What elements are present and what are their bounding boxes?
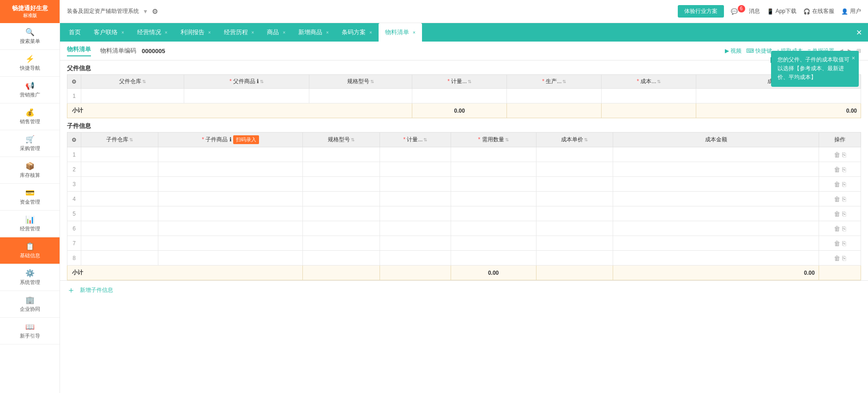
sidebar-item-marketing[interactable]: 📢营销推广 (0, 77, 60, 103)
tab-close-profit[interactable]: × (208, 30, 211, 35)
delete-icon-8[interactable]: 🗑 (834, 254, 840, 262)
nav-close-icon[interactable]: ✕ (852, 28, 866, 37)
child-row-7-quantity[interactable] (451, 236, 536, 251)
sidebar-item-basic-info[interactable]: 📋基础信息 (0, 237, 60, 264)
nav-tab-bom[interactable]: 物料清单× (379, 23, 422, 42)
sidebar-item-guide[interactable]: 📖新手引导 (0, 318, 60, 345)
copy-icon-1[interactable]: ⎘ (842, 151, 846, 158)
delete-icon-4[interactable]: 🗑 (834, 195, 840, 203)
delete-icon-2[interactable]: 🗑 (834, 166, 840, 173)
tab-close-goods[interactable]: × (283, 30, 285, 35)
message-group[interactable]: 💬 6 消息 (731, 7, 760, 15)
child-row-3-spec[interactable] (303, 177, 380, 192)
child-row-8-unit[interactable] (380, 251, 451, 266)
child-row-5-quantity[interactable] (451, 206, 536, 221)
try-button[interactable]: 体验行业方案 (678, 5, 724, 18)
delete-icon-6[interactable]: 🗑 (834, 225, 840, 232)
copy-icon-8[interactable]: ⎘ (842, 254, 846, 262)
parent-row-1-unit[interactable] (412, 89, 507, 103)
nav-tab-operation-history[interactable]: 经营历程× (217, 23, 261, 42)
child-row-2-unit-cost[interactable] (536, 162, 613, 177)
copy-icon-5[interactable]: ⎘ (842, 210, 846, 218)
child-row-1-unit[interactable] (380, 147, 451, 162)
child-row-1-spec[interactable] (303, 147, 380, 162)
video-btn[interactable]: ▶ 视频 (725, 47, 741, 55)
sidebar-item-inventory[interactable]: 📦库存核算 (0, 157, 60, 184)
sidebar-item-search[interactable]: 🔍搜索菜单 (0, 23, 60, 50)
sidebar-item-operation[interactable]: 📊经营管理 (0, 211, 60, 237)
child-row-8-unit-cost[interactable] (536, 251, 613, 266)
child-col-settings[interactable]: ⚙ (67, 133, 81, 147)
child-row-2-unit[interactable] (380, 162, 451, 177)
add-child-icon[interactable]: ＋ (67, 284, 75, 296)
nav-tab-operation-status[interactable]: 经营情况× (131, 23, 174, 42)
child-row-2-goods[interactable] (158, 162, 302, 177)
child-row-5-unit-cost[interactable] (536, 206, 613, 221)
child-row-5-spec[interactable] (303, 206, 380, 221)
app-download-group[interactable]: 📱 App下载 (767, 7, 796, 15)
settings-icon[interactable]: ⚙ (152, 7, 158, 16)
parent-row-1-goods[interactable] (184, 89, 309, 103)
dropdown-icon[interactable]: ▼ (143, 8, 148, 15)
nav-tab-goods[interactable]: 商品× (260, 23, 292, 42)
child-row-7-unit[interactable] (380, 236, 451, 251)
child-row-1-unit-cost[interactable] (536, 147, 613, 162)
delete-icon-1[interactable]: 🗑 (834, 151, 840, 158)
nav-tab-barcode[interactable]: 条码方案× (335, 23, 379, 42)
child-row-7-unit-cost[interactable] (536, 236, 613, 251)
child-row-6-unit-cost[interactable] (536, 221, 613, 236)
child-row-5-unit[interactable] (380, 206, 451, 221)
nav-tab-profit[interactable]: 利润报告× (174, 23, 217, 42)
sidebar-item-enterprise[interactable]: 🏢企业协同 (0, 291, 60, 318)
child-row-7-goods[interactable] (158, 236, 302, 251)
child-row-7-spec[interactable] (303, 236, 380, 251)
delete-icon-7[interactable]: 🗑 (834, 240, 840, 247)
user-group[interactable]: 👤 用户 (841, 7, 861, 15)
child-row-5-warehouse[interactable] (81, 206, 158, 221)
child-row-4-unit[interactable] (380, 192, 451, 206)
nav-tab-home[interactable]: 首页 (62, 23, 87, 42)
child-row-8-quantity[interactable] (451, 251, 536, 266)
nav-tab-customer[interactable]: 客户联络× (87, 23, 131, 42)
sub-tab-bom-code[interactable]: 物料清单编码 (100, 47, 136, 55)
child-row-4-spec[interactable] (303, 192, 380, 206)
child-row-4-quantity[interactable] (451, 192, 536, 206)
copy-icon-2[interactable]: ⎘ (842, 166, 846, 173)
sidebar-item-finance[interactable]: 💳资金管理 (0, 184, 60, 211)
parent-row-1-spec[interactable] (309, 89, 412, 103)
shortcut-btn[interactable]: ⌨ 快捷键 (746, 47, 772, 55)
online-service-group[interactable]: 🎧 在线客服 (803, 7, 834, 15)
child-row-1-goods[interactable] (158, 147, 302, 162)
child-row-4-warehouse[interactable] (81, 192, 158, 206)
parent-row-1-warehouse[interactable] (81, 89, 184, 103)
child-row-6-unit[interactable] (380, 221, 451, 236)
copy-icon-3[interactable]: ⎘ (842, 181, 846, 188)
child-row-2-warehouse[interactable] (81, 162, 158, 177)
child-row-2-quantity[interactable] (451, 162, 536, 177)
child-row-8-spec[interactable] (303, 251, 380, 266)
sub-tab-bom-list[interactable]: 物料清单 (67, 45, 91, 56)
tab-close-new-goods[interactable]: × (326, 30, 329, 35)
copy-icon-4[interactable]: ⎘ (842, 195, 846, 203)
sidebar-item-quick-nav[interactable]: ⚡快捷导航 (0, 50, 60, 77)
child-row-1-warehouse[interactable] (81, 147, 158, 162)
child-row-3-quantity[interactable] (451, 177, 536, 192)
tooltip-close-btn[interactable]: × (851, 54, 855, 63)
child-row-8-warehouse[interactable] (81, 251, 158, 266)
sidebar-item-system[interactable]: ⚙️系统管理 (0, 264, 60, 291)
tab-close-barcode[interactable]: × (369, 30, 372, 35)
add-child-label[interactable]: 新增子件信息 (80, 286, 113, 294)
child-row-6-quantity[interactable] (451, 221, 536, 236)
child-row-1-quantity[interactable] (451, 147, 536, 162)
delete-icon-3[interactable]: 🗑 (834, 181, 840, 188)
tab-close-customer[interactable]: × (121, 30, 124, 35)
parent-row-1-cost[interactable] (602, 89, 696, 103)
sidebar-item-purchase[interactable]: 🛒采购管理 (0, 130, 60, 157)
child-row-5-goods[interactable] (158, 206, 302, 221)
child-row-4-unit-cost[interactable] (536, 192, 613, 206)
child-row-2-spec[interactable] (303, 162, 380, 177)
parent-row-1-production[interactable] (507, 89, 602, 103)
scan-button[interactable]: 扫码录入 (233, 135, 259, 144)
child-row-3-warehouse[interactable] (81, 177, 158, 192)
sidebar-item-sales[interactable]: 💰销售管理 (0, 103, 60, 130)
